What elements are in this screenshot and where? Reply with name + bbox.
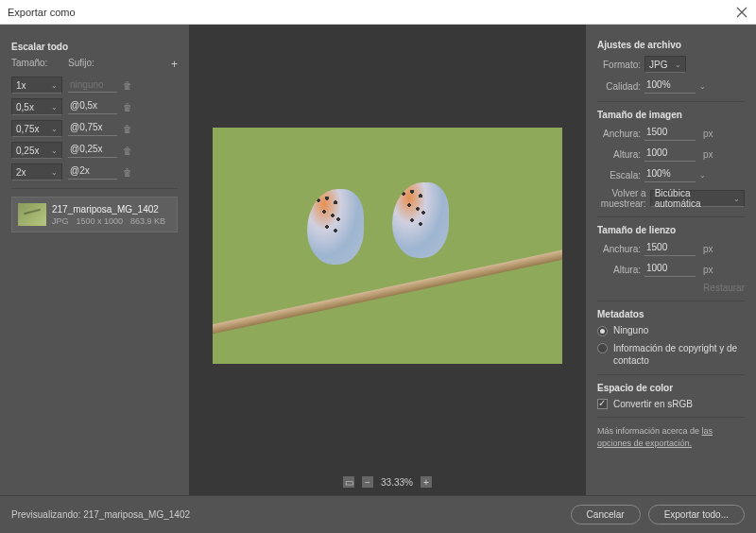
suffix-header: Sufijo: bbox=[68, 58, 132, 71]
zoom-level[interactable]: 33.33% bbox=[381, 477, 413, 488]
divider bbox=[597, 417, 745, 418]
chevron-down-icon: ⌄ bbox=[733, 195, 740, 203]
canvas-width-label: Anchura: bbox=[597, 244, 641, 254]
canvas-height-label: Altura: bbox=[597, 265, 641, 275]
size-value: 1x bbox=[16, 80, 26, 91]
right-panel: Ajustes de archivo Formato: JPG⌄ Calidad… bbox=[586, 25, 756, 495]
file-meta: 217_mariposa_MG_1402 JPG 1500 x 1000 863… bbox=[52, 204, 165, 226]
quality-input[interactable]: 100% bbox=[644, 78, 696, 94]
unit-px: px bbox=[703, 149, 713, 160]
size-dropdown[interactable]: 1x⌄ bbox=[11, 77, 62, 94]
file-name: 217_mariposa_MG_1402 bbox=[52, 204, 165, 215]
file-dimensions: 1500 x 1000 bbox=[77, 216, 124, 226]
size-value: 0,5x bbox=[16, 102, 34, 112]
file-settings-header: Ajustes de archivo bbox=[597, 40, 745, 50]
file-thumbnail bbox=[18, 203, 46, 226]
color-space-header: Espacio de color bbox=[597, 383, 745, 393]
format-dropdown[interactable]: JPG⌄ bbox=[644, 56, 686, 73]
metadata-none-radio[interactable]: Ninguno bbox=[597, 325, 745, 336]
canvas-height-input[interactable]: 1000 bbox=[644, 262, 696, 277]
cancel-button[interactable]: Cancelar bbox=[571, 505, 641, 524]
convert-srgb-checkbox[interactable]: Convertir en sRGB bbox=[597, 399, 745, 409]
restore-button[interactable]: Restaurar bbox=[597, 283, 745, 293]
chevron-down-icon: ⌄ bbox=[51, 81, 58, 90]
preview-image[interactable] bbox=[213, 128, 562, 364]
checkbox-label: Convertir en sRGB bbox=[613, 399, 693, 409]
close-icon[interactable] bbox=[735, 6, 748, 19]
size-dropdown[interactable]: 0,25x⌄ bbox=[11, 142, 62, 159]
scale-row: 2x⌄ @2x 🗑 bbox=[11, 163, 178, 181]
unit-px: px bbox=[703, 244, 713, 254]
file-details: JPG 1500 x 1000 863.9 KB bbox=[52, 216, 165, 226]
size-dropdown[interactable]: 0,75x⌄ bbox=[11, 120, 62, 137]
export-all-button[interactable]: Exportar todo... bbox=[648, 505, 745, 524]
delete-row-icon[interactable]: 🗑 bbox=[123, 102, 132, 112]
suffix-input[interactable]: @0,25x bbox=[68, 143, 117, 158]
size-value: 0,25x bbox=[16, 146, 39, 156]
fit-icon[interactable]: ▭ bbox=[343, 476, 354, 488]
divider bbox=[597, 301, 745, 301]
size-dropdown[interactable]: 0,5x⌄ bbox=[11, 98, 62, 115]
scale-label: Escala: bbox=[597, 170, 641, 181]
radio-icon bbox=[597, 343, 608, 353]
scale-row: 0,25x⌄ @0,25x 🗑 bbox=[11, 142, 178, 159]
window-title: Exportar como bbox=[8, 7, 735, 18]
quality-label: Calidad: bbox=[597, 81, 641, 92]
preview-panel: ▭ − 33.33% + bbox=[189, 25, 586, 495]
file-list-item[interactable]: 217_mariposa_MG_1402 JPG 1500 x 1000 863… bbox=[11, 197, 178, 232]
chevron-down-icon: ⌄ bbox=[51, 146, 58, 155]
zoom-out-icon[interactable]: − bbox=[362, 476, 373, 488]
delete-row-icon[interactable]: 🗑 bbox=[123, 146, 132, 156]
zoom-in-icon[interactable]: + bbox=[421, 476, 432, 488]
radio-label: Ninguno bbox=[613, 325, 648, 335]
format-value: JPG bbox=[649, 60, 667, 70]
size-value: 0,75x bbox=[16, 124, 39, 134]
size-dropdown[interactable]: 2x⌄ bbox=[11, 163, 62, 181]
checkbox-icon bbox=[597, 399, 608, 409]
metadata-header: Metadatos bbox=[597, 309, 745, 319]
image-size-header: Tamaño de imagen bbox=[597, 110, 745, 120]
scale-input[interactable]: 100% bbox=[644, 167, 696, 182]
suffix-input[interactable]: @2x bbox=[68, 164, 117, 180]
delete-row-icon[interactable]: 🗑 bbox=[123, 167, 132, 178]
size-header: Tamaño: bbox=[11, 58, 62, 71]
scale-row: 1x⌄ 🗑 bbox=[11, 77, 178, 94]
divider bbox=[11, 188, 178, 189]
chevron-down-icon: ⌄ bbox=[51, 103, 58, 112]
height-input[interactable]: 1000 bbox=[644, 146, 696, 162]
width-label: Anchura: bbox=[597, 129, 641, 139]
delete-row-icon[interactable]: 🗑 bbox=[123, 124, 132, 134]
radio-label: Información de copyright y de contacto bbox=[613, 342, 745, 367]
previewing-status: Previsualizando: 217_mariposa_MG_1402 bbox=[11, 509, 563, 520]
zoom-controls: ▭ − 33.33% + bbox=[189, 476, 586, 488]
chevron-down-icon[interactable]: ⌄ bbox=[699, 171, 706, 180]
format-label: Formato: bbox=[597, 60, 641, 70]
file-format: JPG bbox=[52, 216, 69, 226]
resample-label: Volver amuestrear: bbox=[597, 188, 646, 209]
delete-row-icon[interactable]: 🗑 bbox=[123, 80, 132, 91]
main-area: Escalar todo Tamaño: Sufijo: + 1x⌄ 🗑 0,5… bbox=[0, 25, 756, 495]
divider bbox=[597, 101, 745, 102]
width-input[interactable]: 1500 bbox=[644, 126, 696, 141]
divider bbox=[597, 216, 745, 217]
resample-value: Bicúbica automática bbox=[655, 188, 733, 209]
canvas-width-input[interactable]: 1500 bbox=[644, 241, 696, 256]
chevron-down-icon: ⌄ bbox=[51, 125, 58, 133]
scale-row: 0,5x⌄ @0,5x 🗑 bbox=[11, 98, 178, 115]
divider bbox=[597, 374, 745, 375]
scale-row: 0,75x⌄ @0,75x 🗑 bbox=[11, 120, 178, 137]
scale-all-header: Escalar todo bbox=[11, 42, 178, 52]
radio-icon bbox=[597, 326, 608, 336]
chevron-down-icon: ⌄ bbox=[675, 60, 681, 69]
unit-px: px bbox=[703, 265, 713, 275]
suffix-input[interactable] bbox=[68, 77, 117, 93]
file-size: 863.9 KB bbox=[130, 216, 165, 226]
add-scale-icon[interactable]: + bbox=[171, 58, 178, 71]
unit-px: px bbox=[703, 129, 713, 139]
size-value: 2x bbox=[16, 167, 26, 178]
suffix-input[interactable]: @0,75x bbox=[68, 121, 117, 136]
metadata-copyright-radio[interactable]: Información de copyright y de contacto bbox=[597, 342, 745, 367]
chevron-down-icon[interactable]: ⌄ bbox=[699, 82, 706, 91]
suffix-input[interactable]: @0,5x bbox=[68, 99, 117, 114]
resample-dropdown[interactable]: Bicúbica automática⌄ bbox=[650, 190, 745, 207]
